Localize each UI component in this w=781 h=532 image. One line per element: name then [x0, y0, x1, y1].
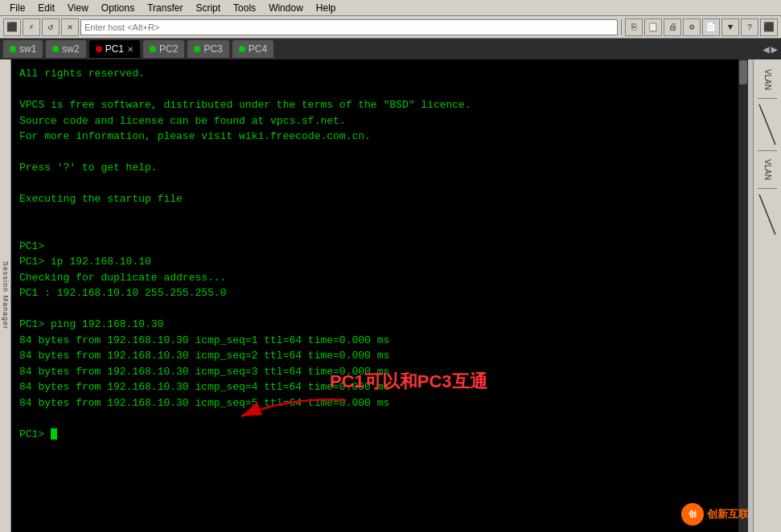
svg-line-1: [759, 104, 775, 145]
toolbar-flash[interactable]: ⚡: [23, 18, 40, 36]
line-22: 84 bytes from 192.168.10.30 icmp_seq=5 t…: [19, 395, 742, 411]
tab-sw1[interactable]: sw1: [3, 40, 43, 58]
line-18: 84 bytes from 192.168.10.30 icmp_seq=1 t…: [19, 333, 742, 349]
toolbar-help[interactable]: ?: [741, 18, 758, 36]
vlan-divider-3: [758, 188, 777, 189]
watermark-brand: 创新互联: [707, 507, 749, 522]
menu-help[interactable]: Help: [310, 2, 343, 14]
scrollbar-thumb[interactable]: [739, 60, 747, 84]
tab-label-pc4: PC4: [249, 43, 267, 55]
menu-view[interactable]: View: [61, 2, 95, 14]
tab-label-sw2: sw2: [62, 43, 79, 55]
menu-edit[interactable]: Edit: [31, 2, 61, 14]
tab-pc4[interactable]: PC4: [232, 40, 273, 58]
cursor: [51, 428, 57, 440]
line-16: [19, 301, 742, 317]
line-7: Press '?' to get help.: [19, 160, 742, 176]
vlan-diagram-2: [755, 190, 779, 239]
line-8: [19, 176, 742, 192]
toolbar-copy[interactable]: ⎘: [625, 18, 643, 36]
line-3: VPCS is free software, distributed under…: [19, 97, 742, 113]
line-14: Checking for duplicate address...: [19, 270, 742, 286]
line-15: PC1 : 192.168.10.10 255.255.255.0: [19, 285, 742, 301]
vlan-label-1[interactable]: VLAN: [762, 66, 774, 93]
line-24: PC1>: [19, 427, 742, 443]
line-13: PC1> ip 192.168.10.10: [19, 254, 742, 270]
tab-dot-pc2: [150, 46, 156, 52]
tab-label-sw1: sw1: [19, 43, 36, 55]
tab-nav-left[interactable]: ◀: [763, 43, 769, 56]
tab-dot-sw1: [10, 46, 16, 52]
line-1: All rights reserved.: [19, 66, 742, 82]
terminal-scrollbar[interactable]: [738, 59, 748, 532]
toolbar-extra[interactable]: ⬛: [760, 18, 778, 36]
tab-pc1[interactable]: PC1 ✕: [89, 40, 140, 58]
tabbar: sw1 sw2 PC1 ✕ PC2 PC3 PC4 ◀ ▶: [0, 39, 781, 59]
toolbar-settings[interactable]: ⚙: [683, 18, 701, 36]
toolbar-disconnect[interactable]: ✕: [61, 18, 79, 36]
terminal-content: All rights reserved. VPCS is free softwa…: [11, 59, 748, 448]
toolbar-refresh[interactable]: ↺: [42, 18, 60, 36]
vlan-divider-1: [758, 98, 777, 99]
tab-pc3[interactable]: PC3: [187, 40, 228, 58]
session-manager-label: Session Manager: [2, 261, 10, 329]
toolbar-filter[interactable]: ▼: [721, 18, 739, 36]
menu-transfer[interactable]: Transfer: [141, 2, 189, 14]
menubar: File Edit View Options Transfer Script T…: [0, 0, 781, 16]
vlan-divider-2: [758, 150, 777, 151]
toolbar: ⬛ ⚡ ↺ ✕ ⎘ 📋 🖨 ⚙ 📄 ▼ ? ⬛: [0, 16, 781, 39]
tab-nav-arrows: ◀ ▶: [763, 43, 778, 56]
line-2: [19, 82, 742, 98]
watermark-logo-text: 创: [689, 509, 697, 520]
left-session-manager: Session Manager: [0, 59, 11, 532]
toolbar-log[interactable]: 📄: [702, 18, 720, 36]
tab-dot-sw2: [52, 46, 59, 52]
tab-dot-pc4: [239, 46, 245, 52]
terminal-container[interactable]: All rights reserved. VPCS is free softwa…: [11, 59, 748, 532]
watermark-logo: 创: [681, 503, 704, 526]
tab-sw2[interactable]: sw2: [46, 40, 85, 58]
menu-options[interactable]: Options: [95, 2, 141, 14]
line-12: PC1>: [19, 239, 742, 255]
menu-window[interactable]: Window: [262, 2, 310, 14]
separator-1: [621, 19, 622, 35]
address-input[interactable]: [80, 19, 618, 35]
line-23: [19, 411, 742, 427]
toolbar-paste[interactable]: 📋: [644, 18, 662, 36]
menu-file[interactable]: File: [3, 2, 31, 14]
line-9: Executing the startup file: [19, 191, 742, 207]
tab-label-pc2: PC2: [159, 43, 178, 55]
vlan-diagram-1: [755, 100, 779, 149]
toolbar-new[interactable]: ⬛: [3, 18, 21, 36]
tab-label-pc3: PC3: [203, 43, 222, 55]
tab-dot-pc1: [96, 46, 102, 52]
line-6: [19, 145, 742, 161]
tab-label-pc1: PC1: [105, 43, 124, 55]
line-21: 84 bytes from 192.168.10.30 icmp_seq=4 t…: [19, 379, 742, 395]
svg-line-2: [759, 194, 775, 235]
line-20: 84 bytes from 192.168.10.30 icmp_seq=3 t…: [19, 364, 742, 380]
line-11: [19, 223, 742, 239]
tab-dot-pc3: [194, 46, 200, 52]
vlan-label-2[interactable]: VLAN: [762, 156, 774, 183]
line-5: For more information, please visit wiki.…: [19, 129, 742, 145]
line-19: 84 bytes from 192.168.10.30 icmp_seq=2 t…: [19, 348, 742, 364]
toolbar-print[interactable]: 🖨: [664, 18, 681, 36]
tab-pc2[interactable]: PC2: [143, 40, 184, 58]
tab-nav-right[interactable]: ▶: [771, 43, 778, 56]
line-17: PC1> ping 192.168.10.30: [19, 317, 742, 333]
line-4: Source code and license can be found at …: [19, 113, 742, 129]
right-panel: VLAN VLAN: [753, 59, 781, 532]
line-10: [19, 207, 742, 223]
menu-tools[interactable]: Tools: [227, 2, 262, 14]
watermark: 创 创新互联: [681, 503, 749, 526]
menu-script[interactable]: Script: [189, 2, 227, 14]
tab-close-pc1[interactable]: ✕: [127, 45, 134, 54]
